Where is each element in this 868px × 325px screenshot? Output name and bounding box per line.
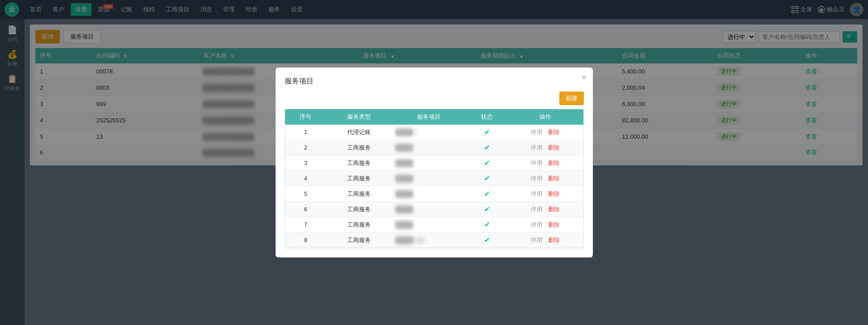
stop-button[interactable]: 停用 xyxy=(531,144,543,151)
modal-close-button[interactable]: × xyxy=(582,73,587,82)
modal-table-row: 1 代理记账 ████ 1 ✔ 停用 删除 xyxy=(285,125,583,140)
modal-td-status: ✔ xyxy=(466,202,508,217)
status-check-icon: ✔ xyxy=(484,236,490,244)
modal-table-row: 4 工商服务 ████ ✔ 停用 删除 xyxy=(285,171,583,186)
modal-td-index: 2 xyxy=(285,140,327,155)
modal-td-action: 停用 删除 xyxy=(508,155,583,171)
modal-overlay[interactable]: × 服务项目 新建 序号 服务类型 服务项目 状态 操作 1 代理记账 ██ xyxy=(0,0,868,325)
modal-table-row: 6 工商服务 ████ ✔ 停用 删除 xyxy=(285,202,583,217)
modal-th-item: 服务项目 xyxy=(391,109,466,125)
modal-td-action: 停用 删除 xyxy=(508,202,583,217)
modal-td-type: 工商服务 xyxy=(326,186,391,202)
stop-button[interactable]: 停用 xyxy=(531,175,543,182)
modal-table-row: 3 工商服务 ████ ✔ 停用 删除 xyxy=(285,155,583,171)
modal-td-type: 工商服务 xyxy=(326,217,391,233)
delete-button[interactable]: 删除 xyxy=(548,206,560,213)
status-check-icon: ✔ xyxy=(484,175,490,182)
status-check-icon: ✔ xyxy=(484,190,490,198)
stop-button[interactable]: 停用 xyxy=(531,129,543,136)
delete-button[interactable]: 删除 xyxy=(548,144,560,151)
delete-button[interactable]: 删除 xyxy=(548,160,560,166)
modal-th-status: 状态 xyxy=(466,109,508,125)
status-check-icon: ✔ xyxy=(484,205,490,213)
modal-title: 服务项目 xyxy=(285,77,584,86)
modal-td-type: 工商服务 xyxy=(326,155,391,171)
stop-button[interactable]: 停用 xyxy=(531,160,543,166)
modal-td-index: 7 xyxy=(285,217,327,233)
modal-td-action: 停用 删除 xyxy=(508,125,583,140)
modal-td-index: 6 xyxy=(285,202,327,217)
modal-td-index: 3 xyxy=(285,155,327,171)
modal-td-type: 工商服务 xyxy=(326,171,391,186)
modal-td-item: ████ xyxy=(391,140,466,155)
modal-toolbar: 新建 xyxy=(285,92,584,105)
modal-td-action: 停用 删除 xyxy=(508,140,583,155)
stop-button[interactable]: 停用 xyxy=(531,221,543,228)
service-items-modal: × 服务项目 新建 序号 服务类型 服务项目 状态 操作 1 代理记账 ██ xyxy=(276,68,593,257)
modal-td-action: 停用 删除 xyxy=(508,171,583,186)
modal-td-index: 4 xyxy=(285,171,327,186)
modal-th-action: 操作 xyxy=(508,109,583,125)
service-items-table: 序号 服务类型 服务项目 状态 操作 1 代理记账 ████ 1 ✔ 停用 删除… xyxy=(285,109,583,248)
modal-table-row: 7 工商服务 ████ ✔ 停用 删除 xyxy=(285,217,583,233)
modal-td-status: ✔ xyxy=(466,186,508,202)
status-check-icon: ✔ xyxy=(484,128,490,136)
modal-td-type: 工商服务 xyxy=(326,140,391,155)
delete-button[interactable]: 删除 xyxy=(548,175,560,182)
modal-td-status: ✔ xyxy=(466,125,508,140)
modal-td-type: 工商服务 xyxy=(326,202,391,217)
stop-button[interactable]: 停用 xyxy=(531,237,543,243)
modal-td-index: 8 xyxy=(285,233,327,248)
modal-td-item: ████注册 xyxy=(391,233,466,248)
modal-td-action: 停用 删除 xyxy=(508,217,583,233)
modal-td-status: ✔ xyxy=(466,233,508,248)
modal-td-index: 1 xyxy=(285,125,327,140)
modal-td-item: ████ xyxy=(391,171,466,186)
modal-new-button[interactable]: 新建 xyxy=(559,92,584,105)
delete-button[interactable]: 删除 xyxy=(548,237,560,243)
modal-th-index: 序号 xyxy=(285,109,327,125)
delete-button[interactable]: 删除 xyxy=(548,129,560,136)
modal-td-status: ✔ xyxy=(466,140,508,155)
modal-td-status: ✔ xyxy=(466,217,508,233)
stop-button[interactable]: 停用 xyxy=(531,190,543,197)
modal-td-item: ████ 1 xyxy=(391,125,466,140)
status-check-icon: ✔ xyxy=(484,159,490,167)
modal-th-type: 服务类型 xyxy=(326,109,391,125)
modal-td-type: 工商服务 xyxy=(326,233,391,248)
modal-td-action: 停用 删除 xyxy=(508,186,583,202)
modal-table-row: 8 工商服务 ████注册 ✔ 停用 删除 xyxy=(285,233,583,248)
modal-td-status: ✔ xyxy=(466,171,508,186)
modal-td-item: ████ xyxy=(391,186,466,202)
modal-td-item: ████ xyxy=(391,217,466,233)
stop-button[interactable]: 停用 xyxy=(531,206,543,213)
status-check-icon: ✔ xyxy=(484,221,490,228)
modal-td-item: ████ xyxy=(391,155,466,171)
modal-table-row: 2 工商服务 ████ ✔ 停用 删除 xyxy=(285,140,583,155)
modal-td-item: ████ xyxy=(391,202,466,217)
modal-table-header: 序号 服务类型 服务项目 状态 操作 xyxy=(285,109,583,125)
delete-button[interactable]: 删除 xyxy=(548,190,560,197)
modal-table-row: 5 工商服务 ████ ✔ 停用 删除 xyxy=(285,186,583,202)
modal-table-wrap: 序号 服务类型 服务项目 状态 操作 1 代理记账 ████ 1 ✔ 停用 删除… xyxy=(285,109,584,248)
modal-td-index: 5 xyxy=(285,186,327,202)
modal-td-type: 代理记账 xyxy=(326,125,391,140)
status-check-icon: ✔ xyxy=(484,144,490,151)
modal-td-status: ✔ xyxy=(466,155,508,171)
delete-button[interactable]: 删除 xyxy=(548,221,560,228)
modal-td-action: 停用 删除 xyxy=(508,233,583,248)
